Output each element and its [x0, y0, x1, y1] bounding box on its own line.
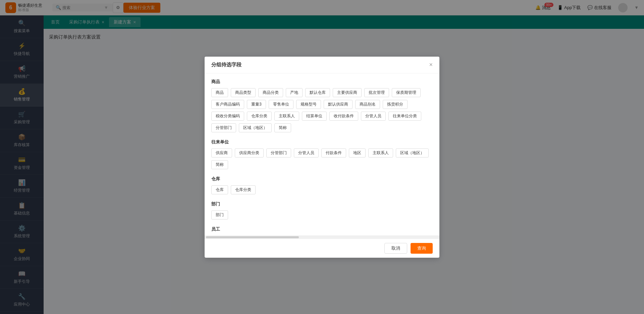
field-tag[interactable]: 主联系人 — [274, 112, 299, 121]
field-tag[interactable]: 商品别名 — [355, 100, 380, 109]
section-goods: 商品 商品 商品类型 商品分类 产地 默认仓库 主要供应商 批次管理 保质期管理… — [211, 79, 433, 132]
modal-title: 分组待选字段 — [211, 62, 241, 68]
field-tag[interactable]: 往来单位分类 — [388, 112, 421, 121]
field-tag[interactable]: 结算单位 — [302, 112, 327, 121]
field-tag[interactable]: 主联系人 — [368, 148, 393, 158]
section-goods-title: 商品 — [211, 79, 433, 85]
field-tag[interactable]: 分管部门 — [211, 123, 236, 132]
field-tag[interactable]: 仓库分类 — [247, 112, 272, 121]
field-tag[interactable]: 默认供应商 — [324, 100, 353, 109]
section-warehouse: 仓库 仓库 仓库分类 — [211, 176, 433, 194]
field-tag[interactable]: 简称 — [274, 123, 291, 132]
confirm-button[interactable]: 查询 — [411, 243, 433, 254]
modal-header: 分组待选字段 × — [205, 57, 439, 73]
field-tag[interactable]: 供应商 — [211, 148, 232, 158]
section-dept-tags: 部门 — [211, 210, 433, 219]
field-tag[interactable]: 保质期管理 — [392, 88, 421, 97]
field-tag[interactable]: 商品 — [211, 88, 228, 97]
field-tag[interactable]: 规格型号 — [296, 100, 321, 109]
field-tag[interactable]: 区域（地区） — [239, 123, 272, 132]
field-tag[interactable]: 税收分类编码 — [211, 112, 244, 121]
field-tag[interactable]: 仓库 — [211, 185, 228, 194]
field-tag[interactable]: 客户商品编码 — [211, 100, 244, 109]
field-tag[interactable]: 分管部门 — [266, 148, 291, 158]
modal-footer: 取消 查询 — [205, 239, 439, 258]
section-dept-title: 部门 — [211, 201, 433, 207]
field-tag[interactable]: 简称 — [211, 160, 228, 169]
field-tag[interactable]: 重量3 — [247, 100, 266, 109]
modal-close-button[interactable]: × — [429, 61, 433, 68]
field-tag[interactable]: 批次管理 — [364, 88, 389, 97]
field-tag[interactable]: 分管人员 — [361, 112, 386, 121]
field-tag[interactable]: 商品类型 — [231, 88, 256, 97]
section-partner: 往来单位 供应商 供应商分类 分管部门 分管人员 付款条件 地区 主联系人 区域… — [211, 139, 433, 169]
section-partner-tags: 供应商 供应商分类 分管部门 分管人员 付款条件 地区 主联系人 区域（地区） … — [211, 148, 433, 169]
field-tag[interactable]: 默认仓库 — [305, 88, 330, 97]
field-tag[interactable]: 拣货积分 — [383, 100, 408, 109]
field-tag[interactable]: 商品分类 — [258, 88, 283, 97]
modal-body: 商品 商品 商品类型 商品分类 产地 默认仓库 主要供应商 批次管理 保质期管理… — [205, 73, 439, 236]
field-select-modal: 分组待选字段 × 商品 商品 商品类型 商品分类 产地 默认仓库 主要供应商 批… — [205, 57, 439, 258]
section-staff: 员工 业务员 — [211, 226, 433, 236]
cancel-button[interactable]: 取消 — [384, 243, 407, 254]
section-warehouse-tags: 仓库 仓库分类 — [211, 185, 433, 194]
modal-overlay: 分组待选字段 × 商品 商品 商品类型 商品分类 产地 默认仓库 主要供应商 批… — [0, 0, 644, 314]
section-goods-tags: 商品 商品类型 商品分类 产地 默认仓库 主要供应商 批次管理 保质期管理 客户… — [211, 88, 433, 132]
field-tag[interactable]: 仓库分类 — [231, 185, 256, 194]
section-staff-title: 员工 — [211, 226, 433, 232]
field-tag[interactable]: 付款条件 — [321, 148, 346, 158]
section-warehouse-title: 仓库 — [211, 176, 433, 182]
section-partner-title: 往来单位 — [211, 139, 433, 145]
hscroll-thumb — [206, 236, 299, 238]
field-tag[interactable]: 供应商分类 — [235, 148, 264, 158]
field-tag[interactable]: 地区 — [349, 148, 366, 158]
field-tag[interactable]: 产地 — [286, 88, 303, 97]
field-tag[interactable]: 零售单位 — [269, 100, 293, 109]
field-tag[interactable]: 区域（地区） — [396, 148, 429, 158]
field-tag[interactable]: 收付款条件 — [329, 112, 358, 121]
field-tag[interactable]: 分管人员 — [294, 148, 319, 158]
modal-horizontal-scrollbar[interactable] — [205, 236, 439, 239]
section-dept: 部门 部门 — [211, 201, 433, 219]
field-tag[interactable]: 部门 — [211, 210, 228, 219]
field-tag[interactable]: 主要供应商 — [333, 88, 362, 97]
